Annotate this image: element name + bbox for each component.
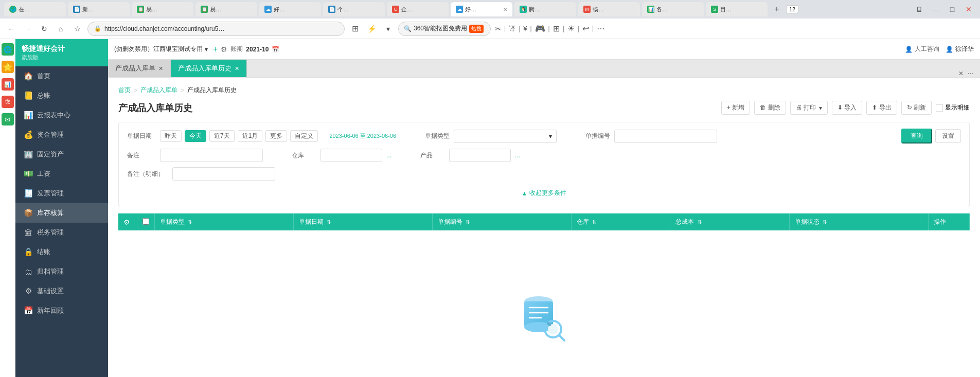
- warehouse-input[interactable]: [320, 149, 382, 162]
- tab-7[interactable]: ☁ 好… ✕: [451, 2, 512, 16]
- home-button[interactable]: ⌂: [55, 23, 67, 35]
- sidebar-item-inventory[interactable]: 📦 库存核算: [15, 203, 108, 223]
- window-maximize-button[interactable]: □: [947, 5, 957, 13]
- settings-icon[interactable]: ⋯: [597, 24, 605, 33]
- export-button[interactable]: ⬆ 导出: [866, 101, 897, 115]
- close-right-panel-icon[interactable]: ✕: [958, 70, 964, 77]
- tab-8[interactable]: 🐧 腾…: [514, 2, 576, 16]
- collapse-button[interactable]: ▲ 收起更多条件: [127, 186, 961, 201]
- date-7days-button[interactable]: 近7天: [209, 130, 235, 142]
- content-tab-history[interactable]: 产成品入库单历史 ✕: [171, 60, 247, 77]
- select-all-checkbox[interactable]: [142, 218, 149, 225]
- translate-icon[interactable]: 译: [509, 24, 515, 33]
- tab-5[interactable]: 📄 个…: [323, 2, 385, 16]
- sidebar-globe-icon[interactable]: 🌐: [2, 43, 14, 56]
- sort-warehouse-icon[interactable]: ⇅: [592, 219, 596, 225]
- sidebar-item-asset[interactable]: 🏢 固定资产: [15, 145, 108, 164]
- dropdown-button[interactable]: ▾: [382, 23, 394, 35]
- bookmark-button[interactable]: ☆: [71, 23, 83, 35]
- tab-0[interactable]: 🌐 在…: [4, 2, 66, 16]
- tab-2[interactable]: 📋 易…: [132, 2, 193, 16]
- content-tab-list[interactable]: 产成品入库单 ✕: [108, 60, 171, 77]
- date-1month-button[interactable]: 近1月: [238, 130, 263, 142]
- service-button[interactable]: 👤 人工咨询: [905, 45, 939, 53]
- breadcrumb-home[interactable]: 首页: [118, 86, 131, 95]
- warehouse-ellipsis-btn[interactable]: ...: [386, 152, 391, 159]
- sort-type-icon[interactable]: ⇅: [188, 219, 192, 225]
- breadcrumb-page1[interactable]: 产成品入库单: [140, 86, 177, 95]
- settings-button[interactable]: 设置: [935, 129, 961, 143]
- date-custom-button[interactable]: 自定义: [290, 130, 318, 142]
- url-bar[interactable]: 🔒 https://cloud.chanjet.com/accounting/u…: [87, 22, 345, 36]
- sort-cost-icon[interactable]: ⇅: [698, 219, 702, 225]
- tab-4[interactable]: ☁ 好…: [259, 2, 321, 16]
- remark-input[interactable]: [160, 149, 263, 162]
- tab-1[interactable]: 📄 新…: [68, 2, 130, 16]
- sidebar-item-base[interactable]: ⚙ 基础设置: [15, 281, 108, 301]
- settings-period-icon[interactable]: ⚙: [221, 45, 227, 53]
- window-close-button[interactable]: ✕: [964, 5, 974, 13]
- back2-icon[interactable]: ↩: [582, 24, 589, 33]
- tab-11[interactable]: S 目…: [706, 2, 768, 16]
- sidebar-weibo-icon[interactable]: 微: [2, 96, 14, 108]
- add-period-button[interactable]: +: [213, 45, 218, 54]
- refresh-button[interactable]: ↻: [38, 23, 50, 35]
- theme-icon[interactable]: ☀: [567, 24, 575, 33]
- date-more-button[interactable]: 更多: [265, 130, 287, 142]
- calendar-icon[interactable]: 📅: [272, 46, 279, 53]
- currency-icon[interactable]: ¥: [523, 25, 527, 32]
- product-input[interactable]: [449, 149, 511, 162]
- window-minimize-button[interactable]: 🖥: [914, 5, 924, 13]
- user-info[interactable]: 👤 徐泽华: [946, 45, 974, 53]
- tab-6[interactable]: C 企…: [387, 2, 449, 16]
- window-minimize-button2[interactable]: —: [931, 5, 941, 13]
- refresh-button[interactable]: ↻ 刷新: [901, 101, 932, 115]
- sidebar-mail-icon[interactable]: ✉: [2, 113, 14, 125]
- sort-status-icon[interactable]: ⇅: [823, 219, 827, 225]
- print-button[interactable]: 🖨 打印 ▾: [790, 101, 828, 115]
- tab-history-close-icon[interactable]: ✕: [235, 65, 239, 72]
- type-filter-select[interactable]: ▾: [454, 130, 557, 143]
- tab-list-close-icon[interactable]: ✕: [158, 65, 163, 72]
- search-bar[interactable]: 🔍 360智能抠图免费用 热搜: [398, 22, 491, 36]
- delete-button[interactable]: 🗑 删除: [754, 101, 786, 115]
- date-yesterday-button[interactable]: 昨天: [160, 130, 182, 142]
- tab-9[interactable]: M 畅…: [578, 2, 640, 16]
- sidebar-item-report[interactable]: 📊 云报表中心: [15, 105, 108, 125]
- grid-icon[interactable]: ⊞: [553, 24, 560, 33]
- sidebar-item-tax[interactable]: 🏛 税务管理: [15, 223, 108, 242]
- sidebar-star-icon[interactable]: ⭐: [2, 61, 14, 73]
- sidebar-chart-icon[interactable]: 📊: [2, 78, 14, 91]
- sidebar-item-newrule[interactable]: 📅 新年回顾: [15, 301, 108, 320]
- sidebar-item-payroll[interactable]: 💵 工资: [15, 164, 108, 184]
- forward-button[interactable]: →: [22, 23, 34, 35]
- tab-10[interactable]: 📊 各…: [642, 2, 704, 16]
- sidebar-item-home[interactable]: 🏠 首页: [15, 66, 108, 86]
- game-icon[interactable]: 🎮: [535, 24, 545, 33]
- sidebar-item-invoice[interactable]: 🧾 发票管理: [15, 184, 108, 203]
- tab-7-close-icon[interactable]: ✕: [503, 7, 507, 12]
- lightning-button[interactable]: ⚡: [365, 23, 378, 35]
- sidebar-item-archive[interactable]: 🗂 归档管理: [15, 262, 108, 281]
- import-button[interactable]: ⬇ 导入: [832, 101, 862, 115]
- scissors-icon[interactable]: ✂: [495, 25, 501, 33]
- tab-3[interactable]: 📋 易…: [195, 2, 257, 16]
- company-selector[interactable]: (勿删勿禁用）江西银宝测试专用 ▾: [114, 45, 208, 53]
- new-button[interactable]: + 新增: [721, 101, 750, 115]
- sidebar-item-close[interactable]: 🔒 结账: [15, 242, 108, 262]
- sidebar-item-ledger[interactable]: 📒 总账: [15, 86, 108, 105]
- query-button[interactable]: 查询: [901, 129, 932, 143]
- sidebar-item-finance[interactable]: 💰 资金管理: [15, 125, 108, 145]
- new-tab-button[interactable]: +: [770, 2, 784, 16]
- detail-remark-input[interactable]: [172, 167, 275, 181]
- date-today-button[interactable]: 今天: [185, 130, 206, 142]
- sort-number-icon[interactable]: ⇅: [466, 219, 470, 225]
- sort-date-icon[interactable]: ⇅: [327, 219, 331, 225]
- more-options-icon[interactable]: ⋯: [968, 70, 974, 77]
- back-button[interactable]: ←: [5, 23, 17, 35]
- display-checkbox[interactable]: [936, 104, 943, 112]
- product-ellipsis-btn[interactable]: ...: [515, 152, 520, 159]
- number-filter-input[interactable]: [614, 130, 717, 143]
- extensions-button[interactable]: ⊞: [349, 23, 361, 35]
- table-settings-icon[interactable]: ⚙: [123, 218, 130, 226]
